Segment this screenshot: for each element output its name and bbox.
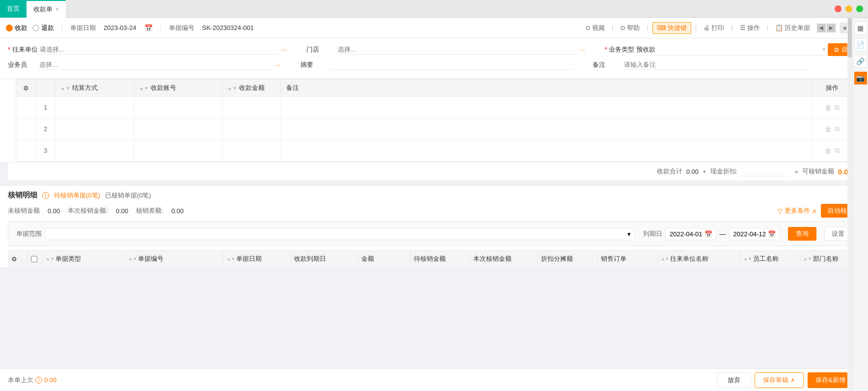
help-btn[interactable]: ⊙ 帮助 [617, 23, 643, 33]
win-close-btn[interactable] [835, 5, 841, 12]
history-btn[interactable]: 📋 历史单据 [772, 23, 813, 33]
diff-value: 0.00 [171, 207, 184, 215]
table-gear[interactable]: ⚙ [16, 80, 36, 96]
scroll-track[interactable] [847, 18, 852, 391]
radio-refund[interactable]: 退款 [32, 24, 54, 32]
delete-icon-3[interactable]: 🗑 [825, 147, 832, 155]
tab-receipt-label: 收款单 [33, 5, 53, 14]
bsort-3: ▲▼ [226, 256, 235, 261]
td-account-1[interactable] [134, 97, 222, 118]
remark-input[interactable] [622, 60, 811, 70]
td-remark-1[interactable] [281, 97, 813, 118]
staff-more-icon[interactable]: ··· [275, 61, 281, 69]
date-from-input[interactable]: 2022-04-01 📅 [665, 228, 717, 240]
query-btn[interactable]: 查询 [788, 227, 816, 241]
td-remark-2[interactable] [281, 118, 813, 140]
nav-next[interactable]: ▶ [827, 24, 836, 32]
copy-icon-1[interactable]: ⧉ [835, 103, 840, 112]
staff-field: 业务员 ··· [8, 60, 281, 70]
partner-more-icon[interactable]: ··· [281, 46, 287, 54]
abstract-input[interactable] [330, 60, 573, 70]
bth-order: 销售订单 [598, 251, 658, 267]
btable-header: ⚙ ▲▼ 单据类型 ▲▼ 单据编号 ▲▼ 单据日期 收款到期日 金额 待核销金额… [8, 250, 860, 267]
bsort-6: ▲▼ [803, 256, 812, 261]
side-doc-icon[interactable]: 📄 [854, 38, 867, 51]
shortcut-btn[interactable]: ⌨ 快捷键 [652, 22, 691, 34]
radio-refund-circle [32, 25, 39, 31]
td-settlement-2[interactable] [55, 118, 134, 140]
bth-number: ▲▼ 单据编号 [126, 251, 224, 267]
partner-field: 往来单位 ··· [8, 45, 287, 55]
td-settlement-1[interactable] [55, 97, 134, 118]
copy-icon-2[interactable]: ⧉ [835, 125, 840, 133]
abandon-btn[interactable]: 放弃 [717, 372, 751, 388]
td-action-1: 🗑 ⧉ [813, 97, 852, 118]
bottom-info-icon[interactable]: i [35, 377, 42, 384]
copy-icon-3[interactable]: ⧉ [835, 146, 840, 155]
bth-due: 收款到期日 [291, 251, 358, 267]
td-account-3[interactable] [134, 140, 222, 161]
shortcut-label: 快捷键 [668, 24, 687, 32]
radio-receipt[interactable]: 收款 [6, 24, 27, 32]
discount-input[interactable] [741, 167, 790, 176]
td-remark-3[interactable] [281, 140, 813, 161]
bsort-5: ▲▼ [743, 256, 752, 261]
summary-row: 收款合计 0.00 + 现金折扣: = 可核销金额 0.00 [8, 162, 860, 180]
win-min-btn[interactable] [845, 5, 852, 12]
date-to-input[interactable]: 2022-04-12 📅 [729, 228, 781, 240]
bth-gear[interactable]: ⚙ [8, 251, 28, 267]
th-account-label: 收款账号 [151, 84, 176, 92]
side-table-icon[interactable]: ▦ [854, 22, 867, 34]
print-btn[interactable]: 🖨 打印 [701, 23, 727, 33]
business-select[interactable]: 预收款 ▾ [634, 44, 828, 56]
store-more-icon[interactable]: ··· [579, 46, 585, 54]
td-settlement-3[interactable] [55, 140, 134, 161]
store-input[interactable] [336, 45, 577, 55]
draft-btn[interactable]: 保存草稿 ∧ [755, 372, 804, 388]
done-tab[interactable]: 已核销单据(0笔) [105, 191, 151, 200]
business-value: 预收款 [636, 45, 655, 54]
th-settlement: ▲▼ 结算方式 [55, 80, 134, 96]
td-gear-3 [16, 140, 36, 161]
tab-close-icon[interactable]: × [55, 6, 59, 13]
operate-btn[interactable]: ☰ 操作 [737, 23, 763, 33]
bth-staff-label: 员工名称 [753, 254, 779, 263]
pending-tab[interactable]: 待核销单据(0笔) [54, 191, 100, 200]
bth-discount-label: 折扣分摊额 [541, 254, 573, 263]
range-field: 单据范围 ▾ [16, 228, 635, 240]
form-row-2: 业务员 ··· 摘要 备注 [8, 60, 860, 70]
td-amount-1[interactable] [222, 97, 281, 118]
verif-info-icon[interactable]: i [42, 192, 49, 199]
video-icon: ⊙ [585, 24, 591, 31]
tab-receipt[interactable]: 收款单 × [27, 0, 66, 18]
td-amount-2[interactable] [222, 118, 281, 140]
partner-input[interactable] [38, 45, 279, 55]
select-all-checkbox[interactable] [31, 256, 37, 262]
scroll-thumb[interactable] [848, 18, 852, 57]
bsort-1: ▲▼ [46, 256, 54, 261]
bth-order-label: 销售订单 [601, 254, 626, 263]
radio-refund-label: 退款 [41, 24, 54, 32]
win-max-btn[interactable] [856, 5, 863, 12]
nav-prev[interactable]: ◀ [817, 24, 826, 32]
video-btn[interactable]: ⊙ 视频 [582, 23, 608, 33]
more-conditions-btn[interactable]: ▽ 更多条件 ∧ [778, 206, 817, 215]
td-amount-3[interactable] [222, 140, 281, 161]
delete-icon-1[interactable]: 🗑 [825, 104, 832, 112]
td-num-3: 3 [36, 140, 55, 161]
sort-icon-2: ▲▼ [139, 85, 149, 91]
bth-checkbox[interactable] [28, 251, 43, 267]
range-select[interactable]: ▾ [45, 228, 635, 240]
abstract-field: 摘要 [300, 60, 573, 70]
unchecked-value: 0.00 [48, 207, 60, 215]
delete-icon-2[interactable]: 🗑 [825, 125, 832, 133]
tab-home[interactable]: 首页 [0, 0, 27, 18]
td-account-2[interactable] [134, 118, 222, 140]
th-remark-label: 备注 [286, 84, 299, 92]
date-separator: — [720, 230, 726, 238]
calendar-icon[interactable]: 📅 [144, 24, 153, 32]
side-camera-icon[interactable]: 📷 [854, 72, 867, 84]
staff-input[interactable] [37, 60, 273, 70]
verif-settings-label: 设置 [832, 230, 844, 237]
side-link-icon[interactable]: 🔗 [854, 55, 867, 68]
